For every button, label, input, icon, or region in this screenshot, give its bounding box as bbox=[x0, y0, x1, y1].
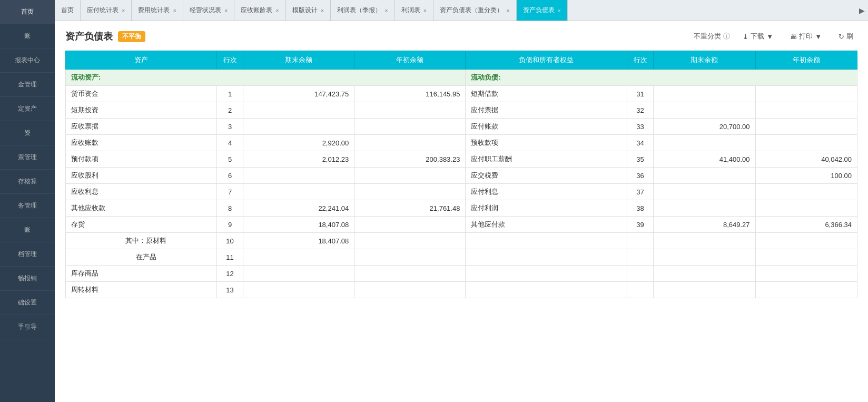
asset-end-balance[interactable] bbox=[243, 168, 354, 184]
liability-name[interactable]: 应交税费 bbox=[466, 168, 627, 184]
asset-end-balance[interactable]: 2,012.23 bbox=[243, 151, 354, 168]
liability-name[interactable] bbox=[466, 249, 627, 266]
sidebar-item-basic-settings[interactable]: 础设置 bbox=[0, 291, 55, 315]
asset-name[interactable]: 短期投资 bbox=[66, 102, 217, 119]
liability-end-balance[interactable]: 20,700.00 bbox=[654, 119, 755, 135]
asset-name[interactable]: 预付款项 bbox=[66, 151, 217, 168]
asset-start-balance[interactable] bbox=[354, 282, 466, 298]
liability-start-balance[interactable]: 100.00 bbox=[755, 168, 857, 184]
sidebar-item-tax-mgmt[interactable]: 务管理 bbox=[0, 194, 55, 218]
tab-close-operations[interactable]: × bbox=[224, 7, 228, 14]
tab-balance-sheet[interactable]: 资产负债表× bbox=[517, 0, 568, 21]
asset-start-balance[interactable] bbox=[354, 249, 466, 266]
asset-start-balance[interactable] bbox=[354, 233, 466, 249]
sidebar-item-ledger[interactable]: 账 bbox=[0, 218, 55, 242]
liability-start-balance[interactable] bbox=[755, 119, 857, 135]
asset-end-balance[interactable] bbox=[243, 249, 354, 266]
tab-close-profit-quarterly[interactable]: × bbox=[384, 7, 388, 14]
tab-profit[interactable]: 利润表× bbox=[395, 0, 433, 21]
tab-close-expense-stats[interactable]: × bbox=[173, 7, 176, 14]
liability-end-balance[interactable] bbox=[654, 135, 755, 151]
asset-name[interactable]: 在产品 bbox=[66, 249, 217, 266]
asset-end-balance[interactable]: 18,407.08 bbox=[243, 217, 354, 233]
liability-name[interactable]: 短期借款 bbox=[466, 86, 627, 102]
asset-end-balance[interactable]: 147,423.75 bbox=[243, 86, 354, 102]
asset-start-balance[interactable] bbox=[354, 168, 466, 184]
asset-name[interactable]: 应收股利 bbox=[66, 168, 217, 184]
liability-start-balance[interactable] bbox=[755, 102, 857, 119]
tab-operations[interactable]: 经营状况表× bbox=[183, 0, 234, 21]
tab-template-design[interactable]: 模版设计× bbox=[286, 0, 331, 21]
liability-start-balance[interactable] bbox=[755, 86, 857, 102]
asset-start-balance[interactable] bbox=[354, 102, 466, 119]
sidebar-item-home[interactable]: 首页 bbox=[0, 0, 55, 24]
sidebar-item-inventory-calc[interactable]: 存核算 bbox=[0, 170, 55, 194]
liability-name[interactable] bbox=[466, 266, 627, 282]
liability-name[interactable]: 应付利润 bbox=[466, 200, 627, 217]
asset-end-balance[interactable] bbox=[243, 282, 354, 298]
liability-name[interactable] bbox=[466, 233, 627, 249]
refresh-button[interactable]: ↻ 刷 bbox=[834, 30, 857, 43]
asset-end-balance[interactable]: 22,241.04 bbox=[243, 200, 354, 217]
sidebar-item-bill-mgmt[interactable]: 票管理 bbox=[0, 145, 55, 170]
liability-end-balance[interactable] bbox=[654, 184, 755, 200]
sidebar-item-guide[interactable]: 手引导 bbox=[0, 315, 55, 339]
liability-end-balance[interactable] bbox=[654, 249, 755, 266]
liability-name[interactable]: 应付利息 bbox=[466, 184, 627, 200]
asset-end-balance[interactable] bbox=[243, 266, 354, 282]
sidebar-item-account[interactable]: 账 bbox=[0, 24, 55, 48]
tab-payable-stats[interactable]: 应付统计表× bbox=[81, 0, 132, 21]
asset-end-balance[interactable] bbox=[243, 119, 354, 135]
liability-name[interactable] bbox=[466, 282, 627, 298]
liability-end-balance[interactable] bbox=[654, 266, 755, 282]
asset-start-balance[interactable]: 116,145.95 bbox=[354, 86, 466, 102]
asset-name[interactable]: 货币资金 bbox=[66, 86, 217, 102]
liability-start-balance[interactable] bbox=[755, 233, 857, 249]
asset-start-balance[interactable] bbox=[354, 119, 466, 135]
sidebar-item-investment[interactable]: 资 bbox=[0, 121, 55, 145]
tab-balance-reclassified[interactable]: 资产负债表（重分类）× bbox=[433, 0, 516, 21]
liability-end-balance[interactable] bbox=[654, 86, 755, 102]
tab-close-balance-reclassified[interactable]: × bbox=[506, 7, 509, 14]
asset-name[interactable]: 其中：原材料 bbox=[66, 233, 217, 249]
asset-end-balance[interactable]: 18,407.08 bbox=[243, 233, 354, 249]
liability-start-balance[interactable]: 40,042.00 bbox=[755, 151, 857, 168]
asset-end-balance[interactable] bbox=[243, 184, 354, 200]
tab-expense-stats[interactable]: 费用统计表× bbox=[132, 0, 183, 21]
tab-scroll-right[interactable]: ▶ bbox=[855, 6, 868, 15]
asset-start-balance[interactable] bbox=[354, 184, 466, 200]
liability-name[interactable]: 应付职工薪酬 bbox=[466, 151, 627, 168]
tab-close-payable-stats[interactable]: × bbox=[122, 7, 125, 14]
sidebar-item-sales[interactable]: 畅报销 bbox=[0, 267, 55, 291]
liability-name[interactable]: 其他应付款 bbox=[466, 217, 627, 233]
liability-end-balance[interactable] bbox=[654, 102, 755, 119]
tab-close-balance-sheet[interactable]: × bbox=[558, 7, 561, 14]
asset-start-balance[interactable] bbox=[354, 135, 466, 151]
sidebar-item-archive-mgmt[interactable]: 档管理 bbox=[0, 242, 55, 267]
print-button[interactable]: 🖶 打印 ▼ bbox=[786, 30, 826, 43]
asset-start-balance[interactable] bbox=[354, 217, 466, 233]
liability-end-balance[interactable] bbox=[654, 168, 755, 184]
tab-home[interactable]: 首页 bbox=[55, 0, 81, 21]
sidebar-item-fund-mgmt[interactable]: 金管理 bbox=[0, 73, 55, 97]
asset-end-balance[interactable] bbox=[243, 102, 354, 119]
liability-end-balance[interactable] bbox=[654, 233, 755, 249]
sidebar-item-report-center[interactable]: 报表中心 bbox=[0, 48, 55, 73]
asset-name[interactable]: 周转材料 bbox=[66, 282, 217, 298]
liability-start-balance[interactable] bbox=[755, 200, 857, 217]
asset-name[interactable]: 应收利息 bbox=[66, 184, 217, 200]
download-button[interactable]: ⤓ 下载 ▼ bbox=[738, 30, 777, 43]
liability-start-balance[interactable] bbox=[755, 249, 857, 266]
asset-name[interactable]: 应收账款 bbox=[66, 135, 217, 151]
liability-end-balance[interactable] bbox=[654, 282, 755, 298]
asset-end-balance[interactable]: 2,920.00 bbox=[243, 135, 354, 151]
sidebar-item-fixed-assets[interactable]: 定资产 bbox=[0, 97, 55, 121]
liability-name[interactable]: 应付票据 bbox=[466, 102, 627, 119]
liability-end-balance[interactable]: 8,649.27 bbox=[654, 217, 755, 233]
tab-close-profit[interactable]: × bbox=[423, 7, 427, 14]
liability-start-balance[interactable] bbox=[755, 282, 857, 298]
asset-name[interactable]: 存货 bbox=[66, 217, 217, 233]
asset-name[interactable]: 库存商品 bbox=[66, 266, 217, 282]
asset-name[interactable]: 其他应收款 bbox=[66, 200, 217, 217]
tab-receivable-aging[interactable]: 应收账龄表× bbox=[234, 0, 285, 21]
